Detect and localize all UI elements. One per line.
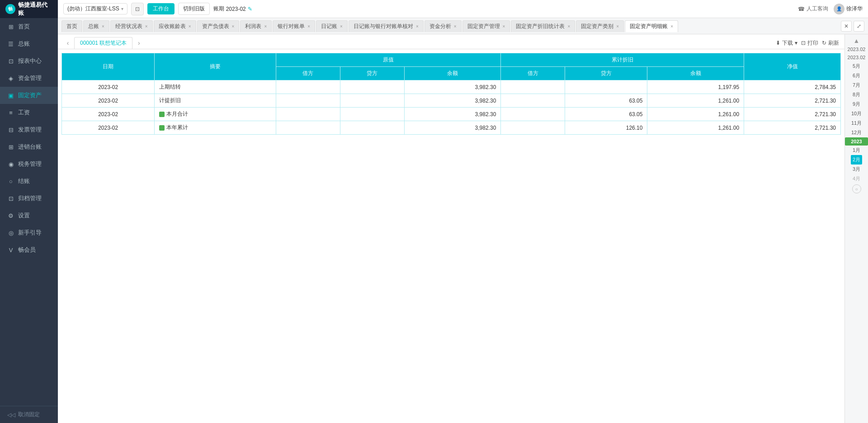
copy-button[interactable]: ⊡: [131, 3, 144, 15]
right-panel-month-2023[interactable]: 1月: [851, 146, 862, 155]
right-panel-scroll-indicator[interactable]: ○: [852, 184, 861, 193]
cell-accum-credit: 126.10: [565, 121, 647, 135]
sidebar-label-tax-mgmt: 税务管理: [18, 160, 42, 168]
logo-icon: 畅: [5, 4, 15, 14]
tab-fixed-asset-mgmt[interactable]: 固定资产管理×: [462, 20, 510, 32]
user-name: 徐泽华: [846, 5, 863, 13]
tab-receivables[interactable]: 应收账龄表×: [154, 20, 196, 32]
sidebar-pin-btn[interactable]: ◁◁ 取消固定: [0, 406, 58, 423]
sidebar-item-new-guide[interactable]: ◎新手引导: [0, 224, 58, 241]
tab-profit[interactable]: 利润表×: [240, 20, 272, 32]
sidebar-icon-invoice-mgmt: ⊟: [7, 127, 14, 133]
company-name: (勿动）江西服室-LSS: [67, 5, 119, 13]
right-panel-month[interactable]: 8月: [849, 90, 863, 99]
sidebar-item-archive-mgmt[interactable]: ⊡归档管理: [0, 190, 58, 207]
sidebar-item-invoice-mgmt[interactable]: ⊟发票管理: [0, 121, 58, 138]
user-info[interactable]: 👤 徐泽华: [834, 4, 863, 14]
service-label: 人工客询: [807, 5, 828, 13]
tab-home[interactable]: 首页: [61, 20, 82, 32]
sidebar-item-home[interactable]: ⊞首页: [0, 18, 58, 35]
period-edit-icon[interactable]: ✎: [248, 6, 252, 12]
cell-accum-debit: [501, 94, 565, 108]
right-panel-month[interactable]: 10月: [849, 109, 863, 118]
right-panel-month[interactable]: 7月: [849, 80, 863, 90]
main-area: (勿动）江西服室-LSS ▾ ⊡ 工作台 切到旧版 账期 2023-02 ✎ ☎…: [58, 0, 868, 423]
close-all-tabs-btn[interactable]: ✕: [841, 21, 852, 32]
right-panel-month[interactable]: 11月: [849, 118, 863, 128]
tab-bank-reconciliation[interactable]: 日记账与银行对账单核对×: [349, 20, 424, 32]
right-panel-up-btn[interactable]: ▲: [849, 36, 864, 45]
tab-journal[interactable]: 日记账×: [316, 20, 348, 32]
cell-accum-balance: 1,197.95: [647, 80, 744, 94]
table-row: 2023-02 上期结转 3,982.30 1,197.95 2,784.35: [62, 80, 841, 94]
tab-close-receivables[interactable]: ×: [189, 24, 191, 29]
right-panel-month[interactable]: 9月: [849, 99, 863, 109]
tab-fixed-asset-depr[interactable]: 固定资产折旧统计表×: [511, 20, 575, 32]
tab-fixed-asset-type[interactable]: 固定资产类别×: [576, 20, 624, 32]
right-panel-month[interactable]: 6月: [849, 71, 863, 80]
refresh-btn[interactable]: ↻ 刷新: [822, 39, 839, 47]
right-panel-year-badge[interactable]: 2023: [845, 137, 868, 146]
cell-accum-credit: 63.05: [565, 108, 647, 121]
tab-close-fixed-asset-depr[interactable]: ×: [567, 24, 570, 29]
tab-close-assets-liabilities[interactable]: ×: [232, 24, 235, 29]
tab-close-general-ledger[interactable]: ×: [102, 24, 104, 29]
tab-bank-statement[interactable]: 银行对账单×: [273, 20, 315, 32]
col-header-desc: 摘要: [155, 53, 276, 80]
tab-close-journal[interactable]: ×: [340, 24, 343, 29]
sub-tab-next-btn[interactable]: ›: [134, 38, 143, 47]
sub-tab-prev-btn[interactable]: ‹: [63, 38, 72, 47]
sidebar-item-settlement[interactable]: ○结账: [0, 173, 58, 190]
cell-orig-debit: [276, 94, 340, 108]
right-panel-year-2023-top[interactable]: 2023.02: [845, 45, 868, 53]
sub-tab-item-asset[interactable]: 000001 联想笔记本: [74, 37, 132, 49]
tab-close-bank-reconciliation[interactable]: ×: [416, 24, 419, 29]
right-panel-month[interactable]: 12月: [849, 128, 863, 137]
tab-label-bank-reconciliation: 日记账与银行对账单核对: [354, 23, 413, 30]
right-panel-month-2023[interactable]: 4月: [851, 174, 862, 183]
cell-accum-balance: 1,261.00: [647, 121, 744, 135]
right-panel-month-2023[interactable]: 3月: [851, 164, 862, 174]
company-selector[interactable]: (勿动）江西服室-LSS ▾: [63, 3, 127, 14]
col-sub-accum-debit: 借方: [501, 67, 565, 80]
right-panel-month[interactable]: 5月: [849, 61, 863, 71]
right-panel-month-2023[interactable]: 2月: [851, 155, 862, 164]
download-icon: ⬇: [776, 40, 780, 46]
col-header-accum: 累计折旧: [501, 53, 744, 67]
sidebar-item-tax-mgmt[interactable]: ◉税务管理: [0, 155, 58, 173]
download-btn[interactable]: ⬇ 下载 ▾: [776, 39, 797, 47]
tab-close-fund-analysis[interactable]: ×: [454, 24, 457, 29]
sidebar-item-fund-mgmt[interactable]: ◈资金管理: [0, 70, 58, 87]
tab-general-ledger[interactable]: 总账×: [83, 20, 109, 32]
sidebar-label-new-guide: 新手引导: [18, 229, 42, 237]
sidebar-item-vip[interactable]: V畅会员: [0, 241, 58, 258]
sidebar-label-archive-mgmt: 归档管理: [18, 194, 42, 202]
tab-operations[interactable]: 经营状况表×: [110, 20, 153, 32]
switch-old-button[interactable]: 切到旧版: [178, 3, 210, 15]
tab-assets-liabilities[interactable]: 资产负债表×: [197, 20, 240, 32]
workbench-button[interactable]: 工作台: [147, 3, 175, 14]
sidebar-item-fixed-assets[interactable]: ▣固定资产: [0, 87, 58, 104]
sidebar-item-sales-ledger[interactable]: ⊞进销台账: [0, 138, 58, 155]
sidebar-item-payroll[interactable]: ≡工资: [0, 104, 58, 121]
tab-close-operations[interactable]: ×: [145, 24, 148, 29]
sidebar-label-general-ledger: 总账: [18, 40, 30, 48]
sidebar-item-general-ledger[interactable]: ☰总账: [0, 35, 58, 52]
service-btn[interactable]: ☎ 人工客询: [798, 5, 828, 13]
tab-fund-analysis[interactable]: 资金分析×: [425, 20, 462, 32]
col-sub-accum-balance: 余额: [647, 67, 744, 80]
sidebar-item-settings[interactable]: ⚙设置: [0, 207, 58, 224]
col-sub-orig-debit: 借方: [276, 67, 340, 80]
tab-fixed-asset-detail[interactable]: 固定资产明细账×: [625, 20, 678, 32]
right-panel-year-2023-2[interactable]: 2023.02: [845, 53, 868, 61]
sidebar-label-invoice-mgmt: 发票管理: [18, 126, 42, 134]
tab-close-bank-statement[interactable]: ×: [307, 24, 310, 29]
tab-close-fixed-asset-mgmt[interactable]: ×: [503, 24, 505, 29]
tab-close-profit[interactable]: ×: [264, 24, 267, 29]
print-btn[interactable]: ⊡ 打印: [801, 39, 818, 47]
tab-close-fixed-asset-type[interactable]: ×: [616, 24, 619, 29]
sidebar-item-report-center[interactable]: ⊡报表中心: [0, 52, 58, 70]
maximize-btn[interactable]: ⤢: [854, 21, 864, 32]
sidebar-label-home: 首页: [18, 23, 30, 31]
tab-close-fixed-asset-detail[interactable]: ×: [670, 24, 673, 29]
